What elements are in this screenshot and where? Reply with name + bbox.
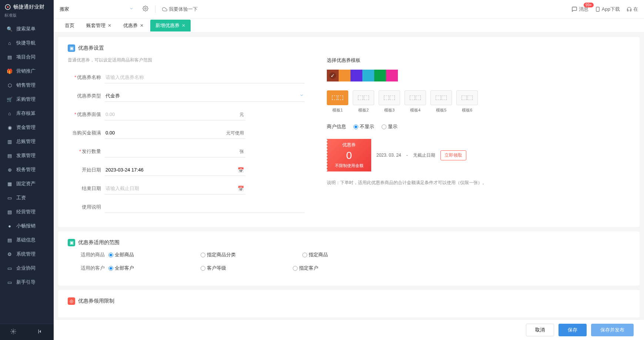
ticket-icon: ▣ [68, 44, 75, 52]
sidebar-item-label: 税务管理 [16, 166, 36, 173]
scope-radio[interactable]: 指定商品 [302, 251, 328, 258]
color-swatch[interactable] [374, 70, 386, 81]
tabs-bar: 首页账套管理✕优惠券✕新增优惠券✕ [54, 19, 644, 33]
sidebar-item-label: 快捷导航 [16, 40, 36, 46]
sidebar-item[interactable]: ●小畅报销 [0, 219, 54, 233]
template-item[interactable]: 模板5 [430, 90, 452, 113]
section-header: ▣ 优惠券设置 [68, 44, 630, 52]
sidebar-item[interactable]: 🔍搜索菜单 [0, 22, 54, 36]
sidebar-item[interactable]: ⚙系统管理 [0, 247, 54, 261]
radio-label: 客户等级 [207, 265, 226, 271]
merchant-hide-radio[interactable]: 不显示 [353, 123, 374, 130]
template-item[interactable]: 模板4 [405, 90, 426, 113]
close-icon[interactable]: ✕ [108, 23, 111, 28]
quantity-input[interactable] [105, 146, 245, 157]
close-icon[interactable]: ✕ [140, 23, 144, 28]
template-item[interactable]: 模板6 [456, 90, 478, 113]
sidebar-item[interactable]: ▦固定资产 [0, 177, 54, 191]
usage-note-input[interactable] [105, 201, 305, 213]
sidebar-item[interactable]: ▤发票管理 [0, 149, 54, 163]
app-download-link[interactable]: App下载 [595, 6, 620, 13]
radio-label: 指定商品 [309, 251, 328, 258]
coupon-type-select[interactable]: 代金券 [105, 90, 305, 102]
end-date-input[interactable] [105, 183, 245, 194]
coupon-limit-card: ◎ 优惠券领用限制 [58, 290, 640, 317]
template-preview-icon [379, 90, 400, 105]
svg-rect-3 [38, 330, 38, 334]
template-item[interactable]: 模板1 [327, 90, 348, 113]
calendar-icon[interactable]: 📅 [238, 186, 244, 191]
sidebar-item[interactable]: ▤基础信息 [0, 233, 54, 247]
sidebar-item[interactable]: ⌂库存核算 [0, 106, 54, 120]
coupon-value-input[interactable] [105, 109, 245, 120]
gift-icon: 🎁 [7, 68, 13, 74]
online-support-link[interactable]: 在 [627, 6, 638, 13]
cancel-button[interactable]: 取消 [526, 324, 554, 336]
claim-button[interactable]: 立即领取 [440, 150, 466, 160]
try-demo-link[interactable]: 我要体验一下 [162, 6, 198, 13]
sidebar-item[interactable]: ▭企业协同 [0, 261, 54, 275]
hex-icon: ⬡ [7, 82, 13, 88]
collapse-icon[interactable] [37, 329, 43, 336]
template-item[interactable]: 模板2 [353, 90, 374, 113]
merchant-show-radio[interactable]: 显示 [382, 123, 398, 130]
settings-top-icon[interactable] [142, 6, 148, 13]
tab[interactable]: 优惠券✕ [118, 20, 149, 31]
chat-icon [571, 6, 577, 12]
messages-link[interactable]: 消息 99+ [571, 6, 588, 13]
tab[interactable]: 账套管理✕ [81, 20, 117, 31]
start-date-input[interactable] [105, 164, 245, 176]
sidebar-item[interactable]: 🛒采购管理 [0, 92, 54, 106]
color-swatch[interactable] [327, 70, 339, 81]
scope-radio[interactable]: 指定客户 [293, 265, 318, 271]
radio-icon [108, 266, 113, 271]
save-publish-button[interactable]: 保存并发布 [591, 324, 634, 336]
tab-label: 账套管理 [86, 22, 105, 29]
sidebar-item-label: 资金管理 [16, 124, 36, 131]
sidebar-item[interactable]: ⬡销售管理 [0, 78, 54, 92]
close-icon[interactable]: ✕ [182, 23, 185, 28]
sidebar-item[interactable]: ▭工资 [0, 191, 54, 205]
radio-icon [302, 253, 307, 257]
sidebar: 畅捷通好业财 标准版 🔍搜索菜单⌂快捷导航▤项目合同🎁营销推广⬡销售管理🛒采购管… [0, 0, 54, 340]
content-scroll[interactable]: ▣ 优惠券设置 普通优惠券，可以设定适用商品和客户范围 *优惠券名称 优惠券类型 [54, 33, 644, 340]
receipt-icon: ▤ [7, 153, 13, 159]
sidebar-item[interactable]: ⊕税务管理 [0, 163, 54, 177]
color-swatch[interactable] [339, 70, 350, 81]
coupon-settings-card: ▣ 优惠券设置 普通优惠券，可以设定适用商品和客户范围 *优惠券名称 优惠券类型 [58, 37, 640, 227]
threshold-input[interactable] [105, 127, 245, 139]
scope-radio[interactable]: 全部商品 [108, 251, 134, 258]
file-icon: ▤ [7, 54, 13, 60]
tab[interactable]: 新增优惠券✕ [150, 20, 191, 31]
color-swatch[interactable] [362, 70, 374, 81]
save-button[interactable]: 保存 [559, 324, 587, 336]
sidebar-item[interactable]: 🎁营销推广 [0, 64, 54, 78]
home-icon: ⌂ [7, 40, 13, 46]
template-item[interactable]: 模板3 [379, 90, 400, 113]
scope-radio[interactable]: 指定商品分类 [201, 251, 236, 258]
brand-name: 畅捷通好业财 [13, 4, 44, 10]
sidebar-item[interactable]: ⌂快捷导航 [0, 36, 54, 50]
tab[interactable]: 首页 [60, 20, 80, 31]
radio-label: 全部商品 [115, 251, 134, 258]
scope-radio[interactable]: 全部客户 [108, 265, 134, 271]
company-selector[interactable]: 搬家 [60, 6, 137, 13]
calendar-icon[interactable]: 📅 [238, 167, 244, 173]
sidebar-item-label: 总账管理 [16, 138, 36, 145]
sidebar-item[interactable]: ▭新手引导 [0, 275, 54, 289]
sidebar-item[interactable]: ▧经营管理 [0, 205, 54, 219]
sidebar-item[interactable]: ◉资金管理 [0, 120, 54, 134]
brand-edition: 标准版 [0, 13, 54, 22]
form-left-column: 普通优惠券，可以设定适用商品和客户范围 *优惠券名称 优惠券类型 代金券 [68, 57, 305, 220]
sidebar-item[interactable]: ▥总账管理 [0, 134, 54, 149]
color-swatch[interactable] [386, 70, 398, 81]
settings-icon[interactable] [10, 329, 16, 336]
radio-icon [382, 124, 386, 129]
sidebar-item[interactable]: ▤项目合同 [0, 50, 54, 64]
scope-radio[interactable]: 客户等级 [201, 265, 226, 271]
color-swatch[interactable] [350, 70, 362, 81]
sidebar-item-label: 营销推广 [16, 68, 36, 74]
tab-label: 优惠券 [123, 22, 138, 29]
coupon-name-input[interactable] [105, 71, 305, 83]
sidebar-menu: 🔍搜索菜单⌂快捷导航▤项目合同🎁营销推广⬡销售管理🛒采购管理⌂库存核算◉资金管理… [0, 22, 54, 324]
